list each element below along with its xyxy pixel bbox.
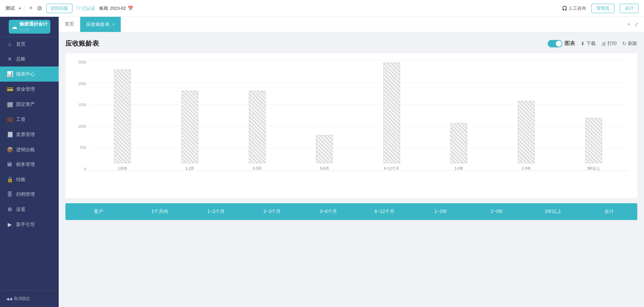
cancel-pin-button[interactable]: ◀◀ 取消固定 — [3, 294, 55, 304]
sidebar-label-home: 首页 — [16, 41, 25, 47]
tab-aging[interactable]: 应收账龄表 × — [80, 17, 121, 32]
bar-group-6: 2-3年 — [496, 101, 557, 171]
period-info: 账期 2023-02 📅 — [99, 5, 133, 11]
add-button[interactable]: + — [29, 5, 33, 12]
certified-badge: 🛡 已认证 — [76, 5, 95, 11]
sidebar-item-home[interactable]: ⌂ 首页 — [0, 37, 59, 52]
sidebar-label-settings: 设置 — [16, 207, 25, 213]
sidebar-item-invoice[interactable]: 🧾 发票管理 — [0, 127, 59, 142]
role-button[interactable]: 会计 — [620, 4, 639, 13]
chart-toggle[interactable]: 图表 — [548, 40, 575, 47]
y-label-2000: 2000 — [72, 82, 89, 86]
sidebar-label-ledger: 总账 — [16, 56, 25, 62]
sidebar-label-reports: 报表中心 — [16, 71, 35, 77]
sidebar-item-guide[interactable]: ▶ 新手引导 — [0, 217, 59, 232]
capital-icon: 💳 — [7, 86, 13, 92]
sidebar-label-wages: 工资 — [16, 117, 25, 123]
table-header-cell-1: 1个月内 — [132, 203, 188, 220]
chart-bar-0 — [114, 70, 131, 163]
logo-name: 畅捷通好会计 — [19, 21, 48, 27]
sidebar-item-settings[interactable]: ⚙ 设置 — [0, 202, 59, 217]
close-window-button[interactable]: × — [627, 21, 630, 28]
sidebar-item-closing[interactable]: 🔒 结账 — [0, 172, 59, 187]
sidebar-label-inventory: 进销台账 — [16, 147, 35, 153]
print-button[interactable]: 🖨 打印 — [601, 41, 617, 47]
page-content: 应收账龄表 图表 ⬇ 下载 🖨 打印 — [59, 32, 644, 307]
page-title: 应收账龄表 — [65, 39, 99, 48]
bar-group-1: 1-2月 — [160, 91, 220, 171]
report-header: 应收账龄表 图表 ⬇ 下载 🖨 打印 — [65, 39, 637, 48]
assets-icon: 🏢 — [7, 101, 13, 107]
tabs-bar-right: × ⤢ — [627, 21, 644, 28]
expand-window-button[interactable]: ⤢ — [634, 21, 639, 28]
chart-bar-4 — [383, 62, 400, 163]
table-header-cell-8: 3年以上 — [525, 203, 581, 220]
y-label-1000: 1000 — [72, 124, 89, 128]
x-label-0: 1月内 — [118, 166, 127, 171]
pin-icon: ◀◀ — [6, 297, 12, 301]
reports-icon: 📊 — [7, 71, 13, 77]
chart-bar-2 — [249, 91, 266, 163]
sidebar-item-archive[interactable]: 🗄 归档管理 — [0, 187, 59, 202]
table-container: 客户1个月内1~2个月2~3个月3~6个月6~12个月1~2年2~3年3年以上合… — [65, 203, 637, 220]
chart-y-axis: 0 500 1000 1500 2000 2500 — [72, 60, 89, 171]
sidebar-label-tax: 税务管理 — [16, 162, 35, 168]
archive-icon: 🗄 — [7, 191, 13, 198]
x-label-3: 3-6月 — [320, 166, 329, 171]
x-label-4: 6-12个月 — [384, 166, 399, 171]
logo-icon: ☁ — [11, 23, 17, 31]
calendar-icon[interactable]: 📅 — [128, 6, 133, 11]
user-button[interactable]: 管理员 — [591, 4, 614, 13]
shield-icon: 🛡 — [76, 6, 81, 11]
toggle-thumb — [556, 41, 562, 47]
guide-icon: ▶ — [7, 221, 13, 228]
table-header-cell-3: 2~3个月 — [244, 203, 300, 220]
bar-group-4: 6-12个月 — [362, 62, 422, 171]
y-label-2500: 2500 — [72, 60, 89, 64]
sidebar-label-invoice: 发票管理 — [16, 132, 35, 138]
download-icon: ⬇ — [581, 41, 585, 47]
sidebar-item-wages[interactable]: 💼 工资 — [0, 112, 59, 127]
headset-icon: 🎧 — [562, 6, 567, 11]
chart-bars-row: 1月内1-2月2-3月3-6月6-12个月1-2年2-3年3年以上 — [89, 60, 627, 171]
sidebar-item-ledger[interactable]: ≡ 总账 — [0, 52, 59, 67]
report-actions: 图表 ⬇ 下载 🖨 打印 ↻ 刷新 — [548, 40, 637, 47]
x-label-2: 2-3月 — [253, 166, 262, 171]
home-icon: ⌂ — [7, 41, 13, 47]
sidebar-item-reports[interactable]: 📊 报表中心 — [0, 67, 59, 82]
settings-button[interactable]: ⚙ — [37, 5, 42, 12]
tab-close-aging[interactable]: × — [112, 22, 115, 27]
toggle-track[interactable] — [548, 40, 562, 47]
service-button[interactable]: 🎧 人工咨询 — [562, 5, 586, 11]
y-label-500: 500 — [72, 145, 89, 149]
tab-home[interactable]: 首页 — [59, 17, 80, 32]
sidebar-item-inventory[interactable]: 📦 进销台账 — [0, 142, 59, 157]
sidebar-item-capital[interactable]: 💳 资金管理 — [0, 82, 59, 97]
divider1 — [25, 5, 25, 12]
main-layout: ☁ 畅捷通好会计 专业版 ⌂ 首页 ≡ 总账 📊 报表中心 💳 — [0, 17, 644, 307]
wages-icon: 💼 — [7, 116, 13, 123]
chart-inner: 0 500 1000 1500 2000 2500 — [72, 60, 627, 181]
refresh-icon: ↻ — [622, 41, 627, 47]
company-dropdown[interactable]: ▾ — [19, 6, 21, 11]
download-button[interactable]: ⬇ 下载 — [581, 41, 596, 47]
chart-bar-6 — [518, 101, 535, 163]
tabs-bar: 首页 应收账龄表 × × ⤢ — [59, 17, 644, 32]
chart-container: 0 500 1000 1500 2000 2500 — [65, 53, 637, 198]
table-header-cell-7: 2~3年 — [469, 203, 525, 220]
inventory-icon: 📦 — [7, 146, 13, 153]
table-header-cell-5: 6~12个月 — [357, 203, 413, 220]
sidebar-bottom: ◀◀ 取消固定 — [0, 290, 59, 307]
sidebar-item-assets[interactable]: 🏢 固定资产 — [0, 97, 59, 112]
chart-grid-area: 1月内1-2月2-3月3-6月6-12个月1-2年2-3年3年以上 — [89, 60, 627, 171]
refresh-button[interactable]: ↻ 刷新 — [622, 41, 637, 47]
ledger-icon: ≡ — [7, 56, 13, 62]
sidebar-item-tax[interactable]: 🏛 税务管理 — [0, 157, 59, 172]
table-header-cell-6: 1~2年 — [413, 203, 469, 220]
table-header-cell-4: 3~6个月 — [300, 203, 356, 220]
company-name: 测试 — [5, 5, 15, 11]
bar-group-3: 3-6月 — [294, 135, 355, 171]
closing-icon: 🔒 — [7, 176, 13, 183]
switch-old-button[interactable]: 切到旧版 — [46, 4, 72, 13]
sidebar-scroll: ⌂ 首页 ≡ 总账 📊 报表中心 💳 资金管理 🏢 固定资产 💼 工资 — [0, 37, 59, 290]
